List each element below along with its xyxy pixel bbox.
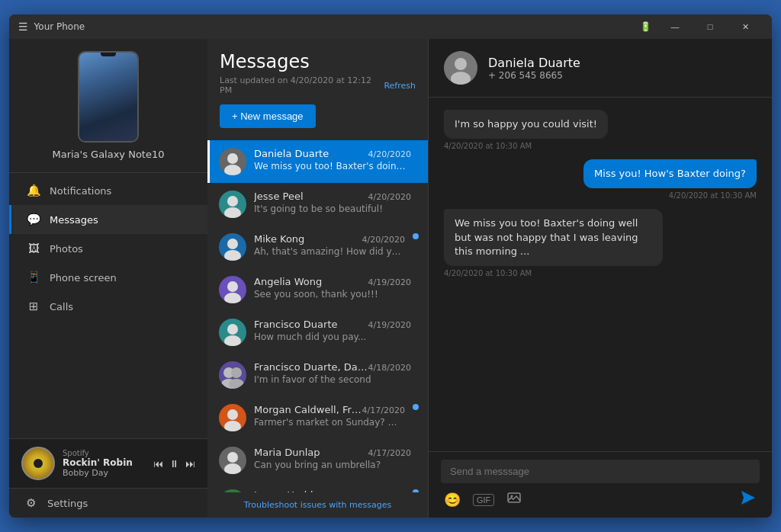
conv-name: Angelia Wong: [254, 276, 322, 287]
message-timestamp: 4/20/2020 at 10:30 AM: [444, 142, 757, 150]
prev-button[interactable]: ⏮: [153, 458, 163, 470]
sidebar-spacer: [9, 321, 207, 438]
message-group: Miss you! How's Baxter doing?4/20/2020 a…: [444, 159, 757, 200]
sidebar-item-phone-screen[interactable]: 📱 Phone screen: [9, 263, 207, 292]
phone-notch: [101, 53, 116, 56]
album-art: [21, 447, 55, 480]
conv-date: 4/17/2020: [368, 448, 411, 458]
hamburger-icon[interactable]: ☰: [18, 21, 28, 33]
close-button[interactable]: ✕: [728, 14, 763, 39]
list-item[interactable]: Maria Dunlap 4/17/2020 Can you bring an …: [207, 439, 428, 482]
phone-preview: Maria's Galaxy Note10: [9, 39, 207, 169]
maximize-button[interactable]: □: [693, 14, 728, 39]
list-item[interactable]: Angelia Wong 4/19/2020 See you soon, tha…: [207, 268, 428, 311]
conv-right: [413, 233, 419, 239]
refresh-link[interactable]: Refresh: [384, 81, 416, 91]
send-button[interactable]: [740, 489, 757, 510]
conv-preview: It's going to be so beautiful!: [254, 204, 411, 214]
media-info: Spotify Rockin' Robin Bobby Day: [63, 449, 146, 478]
list-item[interactable]: Morgan Caldwell, Francisco ... 4/17/2020…: [207, 396, 428, 439]
sidebar-label-calls: Calls: [50, 301, 73, 312]
play-pause-button[interactable]: ⏸: [169, 458, 179, 470]
chat-panel: Daniela Duarte + 206 545 8665 I'm so hap…: [429, 39, 772, 518]
image-button[interactable]: [506, 490, 522, 509]
conv-name: Jesse Peel: [254, 191, 304, 202]
sidebar-item-photos[interactable]: 🖼 Photos: [9, 234, 207, 263]
list-item[interactable]: James Hadden 4/17/2020 Cool! Ms. Zenk or…: [207, 482, 428, 492]
messages-title: Messages: [220, 51, 416, 72]
send-icon: [740, 489, 757, 506]
conv-content: Morgan Caldwell, Francisco ... 4/17/2020…: [254, 404, 405, 428]
battery-icon: 🔋: [640, 21, 651, 32]
app-title: Your Phone: [34, 21, 85, 32]
message-timestamp: 4/20/2020 at 10:30 AM: [444, 191, 757, 200]
media-artist: Bobby Day: [63, 468, 146, 478]
sidebar: Maria's Galaxy Note10 🔔 Notifications 💬 …: [9, 39, 207, 518]
next-button[interactable]: ⏭: [185, 458, 195, 470]
emoji-button[interactable]: 😊: [444, 492, 461, 508]
message-group: I'm so happy you could visit!4/20/2020 a…: [444, 110, 757, 150]
bell-icon: 🔔: [27, 184, 40, 197]
conv-header-row: Angelia Wong 4/19/2020: [254, 276, 411, 287]
sidebar-item-notifications[interactable]: 🔔 Notifications: [9, 176, 207, 205]
svg-point-25: [455, 58, 467, 70]
conv-date: 4/20/2020: [368, 192, 411, 202]
conv-header-row: Francisco Duarte, Daniela ... 4/18/2020: [254, 361, 411, 373]
conv-date: 4/20/2020: [362, 235, 405, 245]
conv-content: Daniela Duarte 4/20/2020 We miss you too…: [254, 148, 411, 171]
title-bar-right: 🔋 — □ ✕: [640, 14, 763, 39]
svg-point-6: [227, 281, 238, 292]
message-timestamp: 4/20/2020 at 10:30 AM: [444, 269, 757, 277]
svg-point-3: [224, 207, 241, 218]
update-text: Last updated on 4/20/2020 at 12:12 PM: [220, 75, 378, 95]
list-item[interactable]: Jesse Peel 4/20/2020 It's going to be so…: [207, 183, 428, 226]
sidebar-label-messages: Messages: [50, 214, 98, 226]
message-input[interactable]: [450, 466, 750, 477]
sidebar-label-photos: Photos: [50, 243, 83, 255]
calls-icon: ⊞: [27, 300, 40, 313]
conv-avatar: [219, 148, 246, 175]
messages-updated: Last updated on 4/20/2020 at 12:12 PM Re…: [220, 75, 416, 95]
new-message-button[interactable]: + New message: [220, 104, 316, 128]
gif-button[interactable]: GIF: [473, 494, 494, 506]
conv-avatar: [219, 276, 246, 303]
conv-header-row: Jesse Peel 4/20/2020: [254, 191, 411, 202]
phone-screen-inner: [79, 53, 137, 141]
sidebar-item-messages[interactable]: 💬 Messages: [9, 205, 207, 234]
sidebar-label-phone-screen: Phone screen: [50, 272, 117, 284]
conv-avatar: [219, 404, 246, 431]
svg-point-0: [227, 153, 238, 164]
list-item[interactable]: Mike Kong 4/20/2020 Ah, that's amazing! …: [207, 226, 428, 268]
conv-name: Maria Dunlap: [254, 447, 320, 458]
main-content: Maria's Galaxy Note10 🔔 Notifications 💬 …: [9, 39, 772, 518]
media-title: Rockin' Robin: [63, 457, 146, 468]
troubleshoot-link[interactable]: Troubleshoot issues with messages: [207, 492, 428, 518]
conv-content: Jesse Peel 4/20/2020 It's going to be so…: [254, 191, 411, 214]
unread-dot: [413, 404, 419, 410]
list-item[interactable]: Francisco Duarte, Daniela ... 4/18/2020 …: [207, 354, 428, 396]
conv-header-row: Morgan Caldwell, Francisco ... 4/17/2020: [254, 404, 405, 415]
conv-preview: We miss you too! Baxter's doing ...: [254, 161, 411, 171]
chat-header: Daniela Duarte + 206 545 8665: [429, 39, 772, 98]
svg-point-1: [224, 165, 241, 175]
media-source: Spotify: [63, 449, 146, 457]
media-controls: ⏮ ⏸ ⏭: [153, 458, 195, 470]
list-item[interactable]: Daniela Duarte 4/20/2020 We miss you too…: [207, 140, 428, 183]
conv-date: 4/19/2020: [368, 320, 411, 330]
svg-point-15: [224, 421, 241, 431]
conv-avatar: [219, 191, 246, 218]
app-window: ☰ Your Phone 🔋 — □ ✕ Maria's Galaxy Note…: [9, 14, 772, 518]
conv-preview: How much did you pay...: [254, 332, 411, 342]
svg-point-7: [224, 293, 241, 303]
conv-avatar: [219, 361, 246, 389]
conv-header-row: Mike Kong 4/20/2020: [254, 233, 405, 245]
sidebar-item-settings[interactable]: ⚙ Settings: [9, 488, 207, 518]
svg-point-17: [224, 463, 241, 474]
chat-input-row: [441, 460, 760, 483]
sidebar-item-calls[interactable]: ⊞ Calls: [9, 292, 207, 321]
title-bar-left: ☰ Your Phone: [18, 21, 640, 33]
minimize-button[interactable]: —: [657, 14, 693, 39]
sidebar-label-settings: Settings: [47, 498, 88, 509]
svg-point-9: [224, 335, 241, 346]
list-item[interactable]: Francisco Duarte 4/19/2020 How much did …: [207, 311, 428, 354]
